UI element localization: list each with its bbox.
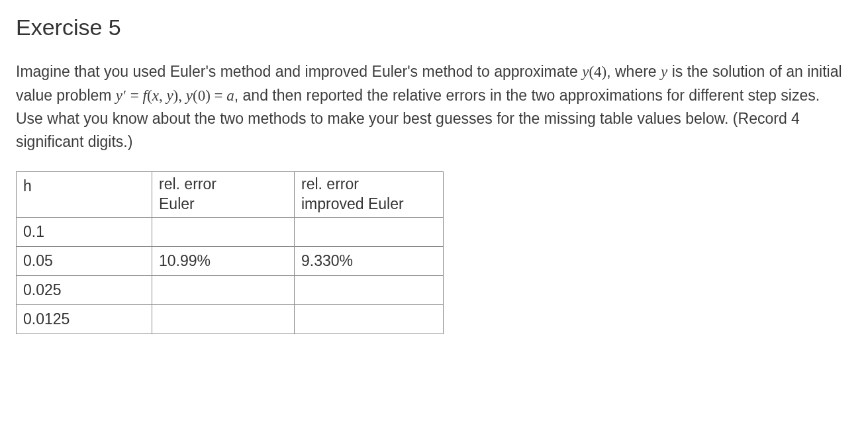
header-euler-line1: rel. error (159, 175, 287, 195)
math-a: a (226, 87, 234, 104)
error-table: h rel. error Euler rel. error improved E… (16, 171, 444, 334)
math-sep: , (178, 87, 186, 104)
prompt-text: , where (606, 63, 661, 80)
header-h: h (17, 172, 152, 218)
cell-improved (295, 217, 444, 246)
math-y: y (661, 64, 667, 80)
cell-euler (152, 304, 295, 334)
header-euler: rel. error Euler (152, 172, 295, 218)
cell-improved (295, 304, 444, 334)
cell-h: 0.0125 (17, 304, 152, 334)
table-row: 0.025 (17, 275, 444, 304)
header-improved-line2: improved Euler (301, 195, 436, 214)
table-row: 0.05 10.99% 9.330% (17, 246, 444, 275)
cell-euler (152, 275, 295, 304)
math-fxy: f(x, y) (143, 87, 179, 104)
header-improved-line1: rel. error (301, 175, 436, 195)
table-header-row: h rel. error Euler rel. error improved E… (17, 172, 444, 218)
math-y0: y(0) (186, 87, 211, 104)
cell-h: 0.05 (17, 246, 152, 275)
prompt-text: Imagine that you used Euler's method and… (16, 63, 582, 80)
table-row: 0.1 (17, 217, 444, 246)
cell-improved (295, 275, 444, 304)
exercise-title: Exercise 5 (16, 11, 852, 44)
exercise-prompt: Imagine that you used Euler's method and… (16, 60, 850, 153)
math-eq: = (126, 87, 142, 104)
math-eq: = (211, 87, 226, 104)
cell-h: 0.025 (17, 275, 152, 304)
math-y4: y(4) (582, 64, 606, 80)
table-row: 0.0125 (17, 304, 444, 334)
header-improved-euler: rel. error improved Euler (295, 172, 444, 218)
cell-improved: 9.330% (295, 246, 444, 275)
math-ivp: y′ (116, 87, 126, 104)
cell-euler: 10.99% (152, 246, 295, 275)
cell-h: 0.1 (17, 217, 152, 246)
header-euler-line2: Euler (159, 195, 287, 214)
cell-euler (152, 217, 295, 246)
